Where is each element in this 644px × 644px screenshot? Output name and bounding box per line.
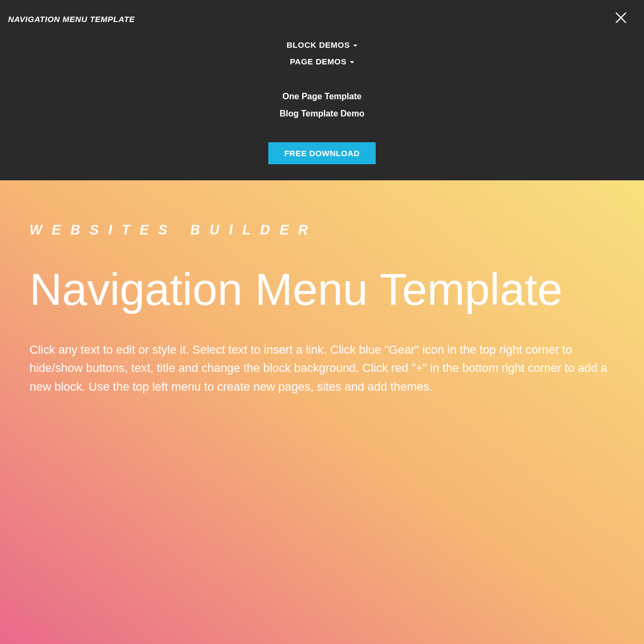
- nav-sub-item-blog[interactable]: Blog Template Demo: [280, 109, 364, 119]
- nav-menu: BLOCK DEMOS PAGE DEMOS One Page Template…: [8, 40, 636, 164]
- hero-description: Click any text to edit or style it. Sele…: [30, 341, 614, 396]
- nav-item-label: PAGE DEMOS: [290, 57, 347, 66]
- header: NAVIGATION MENU TEMPLATE BLOCK DEMOS PAG…: [0, 0, 644, 180]
- header-top: NAVIGATION MENU TEMPLATE: [8, 11, 636, 27]
- nav-item-block-demos[interactable]: BLOCK DEMOS: [287, 40, 357, 49]
- hero-eyebrow: WEBSITES BUILDER: [30, 222, 614, 238]
- chevron-down-icon: [350, 61, 354, 63]
- close-button[interactable]: [606, 11, 636, 27]
- hero-title: Navigation Menu Template: [30, 265, 614, 314]
- nav-item-label: BLOCK DEMOS: [287, 40, 350, 49]
- chevron-down-icon: [353, 45, 357, 47]
- close-icon: [614, 11, 628, 25]
- nav-item-page-demos[interactable]: PAGE DEMOS: [290, 57, 354, 66]
- free-download-button[interactable]: FREE DOWNLOAD: [268, 142, 376, 164]
- nav-sub-item-one-page[interactable]: One Page Template: [282, 92, 361, 101]
- logo[interactable]: NAVIGATION MENU TEMPLATE: [8, 14, 135, 24]
- hero-section: WEBSITES BUILDER Navigation Menu Templat…: [0, 180, 644, 644]
